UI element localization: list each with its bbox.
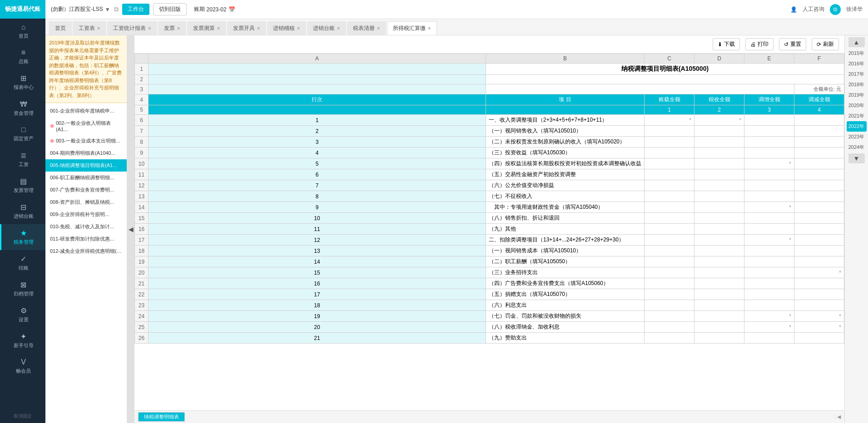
col-f-cell[interactable]: * — [794, 322, 844, 333]
refresh-button[interactable]: ⟳ 刷新 — [812, 38, 839, 50]
col-d-cell[interactable] — [694, 137, 744, 148]
col-f-cell[interactable]: * — [794, 311, 844, 322]
col-d-cell[interactable] — [694, 289, 744, 300]
col-c-cell[interactable] — [645, 322, 694, 333]
print-button[interactable]: 🖨 打印 — [745, 38, 774, 50]
col-a-cell[interactable]: 18 — [149, 300, 486, 311]
col-c-cell[interactable] — [645, 333, 694, 344]
left-list-item-006[interactable]: 006-职工薪酬纳税调整明细... — [45, 172, 127, 184]
calendar-icon[interactable]: 📅 — [228, 6, 235, 13]
tab-发票开具[interactable]: 发票开具✕ — [227, 21, 266, 35]
tab-close-icon[interactable]: ✕ — [217, 26, 220, 31]
col-a-cell[interactable]: 1 — [149, 115, 486, 126]
sidebar-item-archive[interactable]: ⊠归档管理 — [0, 276, 45, 302]
col-f-cell[interactable] — [794, 137, 844, 148]
item-cell[interactable]: （二）职工薪酬（填写A105050） — [486, 256, 645, 267]
col-d-cell[interactable]: * — [694, 115, 744, 126]
item-cell[interactable]: （三）业务招待支出 — [486, 267, 645, 278]
col-a-cell[interactable]: 8 — [149, 191, 486, 202]
col-e-cell[interactable]: * — [744, 311, 794, 322]
col-e-cell[interactable] — [744, 213, 794, 224]
col-d-cell[interactable] — [694, 169, 744, 180]
col-c-cell[interactable] — [645, 213, 694, 224]
item-cell[interactable]: （七）罚金、罚款和被没收财物的损失 — [486, 311, 645, 322]
col-e-cell[interactable] — [744, 191, 794, 202]
item-cell[interactable]: （四）广告费和业务宣传费支出（填写A105060） — [486, 278, 645, 289]
sidebar-item-ledger[interactable]: ≡总账 — [0, 44, 45, 69]
pin-label[interactable]: 取消固定 — [10, 409, 35, 423]
tab-首页[interactable]: 首页 — [49, 21, 72, 35]
left-list-item-002[interactable]: ⊗002-一般企业收入明细表(A1... — [45, 117, 127, 135]
col-d-cell[interactable] — [694, 191, 744, 202]
year-item-2021年[interactable]: 2021年 — [847, 111, 867, 121]
col-e-cell[interactable]: * — [744, 235, 794, 246]
year-up-button[interactable]: ▲ — [848, 37, 865, 47]
sidebar-item-payroll[interactable]: ≣工资 — [0, 147, 45, 172]
col-e-cell[interactable] — [744, 137, 794, 148]
tab-进销稽核[interactable]: 进销稽核✕ — [267, 21, 306, 35]
year-down-button[interactable]: ▼ — [848, 153, 865, 163]
sidebar-item-tax[interactable]: ★税务管理 — [0, 224, 45, 250]
col-e-cell[interactable] — [744, 278, 794, 289]
col-c-cell[interactable] — [645, 148, 694, 158]
col-c-cell[interactable] — [645, 235, 694, 246]
sidebar-item-asset[interactable]: □固定资产 — [0, 121, 45, 147]
tab-close-icon[interactable]: ✕ — [427, 26, 431, 31]
download-button[interactable]: ⬇ 下载 — [713, 38, 740, 50]
item-cell[interactable]: （九）其他 — [486, 224, 645, 235]
col-c-cell[interactable]: * — [645, 115, 694, 126]
col-e-cell[interactable] — [744, 246, 794, 256]
item-cell[interactable]: （六）利息支出 — [486, 300, 645, 311]
col-a-cell[interactable]: 5 — [149, 158, 486, 169]
year-item-2022年[interactable]: 2022年 — [847, 121, 867, 132]
item-cell[interactable]: （七）不征税收入 — [486, 191, 645, 202]
col-d-cell[interactable] — [694, 126, 744, 137]
left-list-item-010[interactable]: 010-免税、减计收入及加计... — [45, 221, 127, 233]
col-d-cell[interactable] — [694, 148, 744, 158]
col-c-cell[interactable] — [645, 180, 694, 191]
year-item-2019年[interactable]: 2019年 — [847, 90, 867, 100]
sidebar-item-settings[interactable]: ⚙设置 — [0, 302, 45, 328]
tab-close-icon[interactable]: ✕ — [97, 26, 100, 31]
bottom-tab-item[interactable]: 纳税调整明细表 — [138, 412, 185, 422]
tab-进销台账[interactable]: 进销台账✕ — [307, 21, 346, 35]
item-cell[interactable]: （四）按权益法核算长期股权投资对初始投资成本调整确认收益 — [486, 158, 645, 169]
collapse-panel-button[interactable]: ◀ — [127, 35, 134, 423]
col-c-cell[interactable] — [645, 300, 694, 311]
tab-发票测算[interactable]: 发票测算✕ — [187, 21, 226, 35]
support-label[interactable]: 人工咨询 — [803, 5, 824, 13]
col-d-cell[interactable] — [694, 333, 744, 344]
workspace-button[interactable]: 工作台 — [122, 4, 149, 15]
tab-close-icon[interactable]: ✕ — [257, 26, 260, 31]
sidebar-item-home[interactable]: ⌂首页 — [0, 19, 45, 44]
year-item-2023年[interactable]: 2023年 — [847, 132, 867, 142]
tab-工资统计报表[interactable]: 工资统计报表✕ — [107, 21, 157, 35]
col-d-cell[interactable] — [694, 278, 744, 289]
col-a-cell[interactable]: 2 — [149, 126, 486, 137]
col-e-cell[interactable] — [744, 333, 794, 344]
col-d-cell[interactable] — [694, 300, 744, 311]
col-f-cell[interactable] — [794, 224, 844, 235]
item-cell[interactable]: （六）公允价值变动净损益 — [486, 180, 645, 191]
col-d-cell[interactable] — [694, 158, 744, 169]
tab-close-icon[interactable]: ✕ — [297, 26, 300, 31]
tab-close-icon[interactable]: ✕ — [377, 26, 380, 31]
left-list-item-001[interactable]: 001-企业所得税年度纳税申... — [45, 105, 127, 117]
col-f-cell[interactable] — [794, 213, 844, 224]
col-a-cell[interactable]: 12 — [149, 235, 486, 246]
col-d-cell[interactable] — [694, 311, 744, 322]
col-e-cell[interactable] — [744, 115, 794, 126]
col-f-cell[interactable]: * — [794, 267, 844, 278]
col-f-cell[interactable] — [794, 278, 844, 289]
col-f-cell[interactable] — [794, 148, 844, 158]
col-c-cell[interactable] — [645, 169, 694, 180]
col-e-cell[interactable] — [744, 256, 794, 267]
year-item-2017年[interactable]: 2017年 — [847, 69, 867, 79]
col-a-cell[interactable]: 15 — [149, 267, 486, 278]
col-e-cell[interactable] — [744, 126, 794, 137]
item-cell[interactable]: 一、收入类调整项目（2+3+4+5+6+7+8+10+11） — [486, 115, 645, 126]
col-a-cell[interactable]: 19 — [149, 311, 486, 322]
col-a-cell[interactable]: 17 — [149, 289, 486, 300]
col-a-cell[interactable]: 7 — [149, 180, 486, 191]
left-list-item-011[interactable]: 011-研发费用加计扣除优惠... — [45, 233, 127, 245]
